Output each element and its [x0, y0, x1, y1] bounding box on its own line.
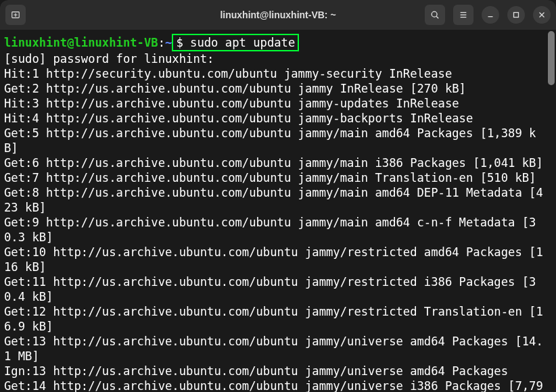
new-tab-button[interactable]	[5, 5, 26, 25]
hamburger-icon	[459, 10, 468, 20]
menu-button[interactable]	[453, 5, 473, 25]
titlebar: linuxhint@linuxhint-VB: ~	[0, 0, 556, 30]
terminal-area[interactable]: linuxhint@linuxhint-VB:~$ sudo apt updat…	[0, 30, 556, 392]
minimize-button[interactable]	[482, 6, 499, 24]
prompt-line: linuxhint@linuxhint-VB:~$ sudo apt updat…	[4, 34, 544, 51]
output-line: Get:11 http://us.archive.ubuntu.com/ubun…	[4, 274, 544, 304]
output-line: Get:14 http://us.archive.ubuntu.com/ubun…	[4, 378, 544, 392]
command-text: sudo apt update	[190, 36, 295, 49]
close-icon	[537, 10, 547, 20]
new-tab-icon	[11, 10, 20, 20]
prompt-sep: :	[158, 36, 165, 49]
prompt-symbol: $	[176, 36, 190, 49]
output-line: Get:7 http://us.archive.ubuntu.com/ubunt…	[4, 170, 544, 185]
output-line: [sudo] password for linuxhint:	[4, 51, 544, 66]
scrollbar-thumb[interactable]	[548, 31, 555, 85]
output-line: Get:9 http://us.archive.ubuntu.com/ubunt…	[4, 215, 544, 245]
output-line: Ign:13 http://us.archive.ubuntu.com/ubun…	[4, 364, 544, 378]
output-line: Get:2 http://us.archive.ubuntu.com/ubunt…	[4, 81, 544, 96]
prompt-user: linuxhint@linuxhint-VB	[4, 36, 158, 49]
output-line: Get:10 http://us.archive.ubuntu.com/ubun…	[4, 245, 544, 274]
svg-rect-9	[514, 13, 519, 18]
svg-point-3	[432, 11, 437, 17]
output-line: Hit:3 http://us.archive.ubuntu.com/ubunt…	[4, 96, 544, 111]
output-line: Get:13 http://us.archive.ubuntu.com/ubun…	[4, 334, 544, 364]
output-line: Get:6 http://us.archive.ubuntu.com/ubunt…	[4, 155, 544, 170]
minimize-icon	[486, 10, 495, 20]
close-button[interactable]	[533, 6, 551, 24]
output-line: Get:12 http://us.archive.ubuntu.com/ubun…	[4, 304, 544, 334]
command-highlight: $ sudo apt update	[172, 34, 299, 51]
prompt-path: ~	[165, 36, 172, 49]
maximize-icon	[511, 10, 521, 20]
output-line: Hit:4 http://us.archive.ubuntu.com/ubunt…	[4, 111, 544, 126]
maximize-button[interactable]	[507, 6, 525, 24]
svg-line-4	[436, 16, 438, 18]
search-icon	[430, 10, 440, 20]
output-line: Get:5 http://us.archive.ubuntu.com/ubunt…	[4, 126, 544, 155]
search-button[interactable]	[425, 5, 445, 25]
output-line: Get:8 http://us.archive.ubuntu.com/ubunt…	[4, 185, 544, 215]
window-title: linuxhint@linuxhint-VB: ~	[220, 9, 335, 20]
output-line: Hit:1 http://security.ubuntu.com/ubuntu …	[4, 66, 544, 81]
